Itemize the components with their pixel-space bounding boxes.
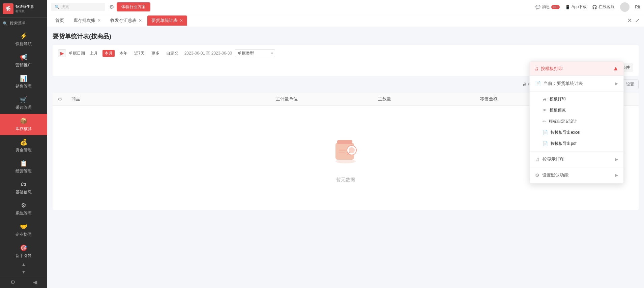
settings-icon[interactable]: ⚙ (109, 4, 114, 10)
col-check: ⚙ (58, 97, 71, 102)
inventory-icon: 📦 (20, 117, 27, 125)
dropdown-close-icon[interactable]: ▲ (613, 65, 619, 72)
svg-point-0 (335, 159, 356, 163)
topbar-right: 💬 消息 99+ 📱 App下载 🎧 在线客服 Rit (535, 2, 640, 12)
sidebar-search[interactable]: 🔍 搜索菜单 (0, 18, 47, 29)
filter-expand-btn[interactable]: ▶ (58, 49, 66, 57)
type-select-wrapper: 单据类型 (235, 49, 275, 57)
display-icon: 🖨 (535, 157, 540, 162)
sidebar-scroll-down[interactable]: ▼ (0, 268, 47, 276)
topbar: 🔍 搜索 ⚙ 体验行业方案 💬 消息 99+ 📱 App下载 🎧 在线客服 Ri… (47, 0, 644, 14)
tab-close-icon[interactable]: ✕ (139, 18, 142, 23)
messages-btn[interactable]: 💬 消息 99+ (535, 4, 560, 10)
empty-icon (329, 133, 362, 173)
settings-btn[interactable]: 设置 (622, 79, 639, 89)
sidebar-item-quicknav[interactable]: ⚡ 快捷导航 (0, 29, 47, 50)
date-btn-custom[interactable]: 自定义 (164, 50, 180, 57)
dropdown-item-print[interactable]: 🖨 模板打印 (530, 94, 623, 105)
dropdown-header: 🖨 按模板打印 ▲ (530, 62, 623, 76)
type-select[interactable]: 单据类型 (235, 49, 275, 57)
dropdown-display-section: 🖨 按显示打印 ▶ (530, 152, 623, 167)
default-label: 设置默认功能 (542, 172, 568, 178)
date-btn-last-month[interactable]: 上月 (88, 50, 100, 57)
sidebar-nav: ⚡ 快捷导航 📢 营销推广 📊 销售管理 🛒 采购管理 📦 库存核算 💰 资金管… (0, 29, 47, 260)
tabs-bar-right: ✕ ⤢ (627, 17, 640, 24)
dropdown-items-section: 🖨 模板打印 👁 模板预览 ✏ 模板自定义设计 📄 按模板导出excel 📄 (530, 92, 623, 152)
page-content: 要货单统计表(按商品) ▶ 单据日期 上月 本月 本年 近7天 更多 自定义 2… (47, 27, 644, 288)
online-service-btn[interactable]: 🎧 在线客服 (592, 4, 615, 10)
tab-receipt-summary[interactable]: 收发存汇总表 ✕ (106, 15, 146, 26)
tab-order-stats[interactable]: 要货单统计表 ✕ (147, 15, 187, 26)
industry-btn[interactable]: 体验行业方案 (117, 2, 150, 11)
sidebar-item-purchase[interactable]: 🛒 采购管理 (0, 93, 47, 114)
online-service-label: 在线客服 (598, 4, 615, 10)
sidebar-item-system[interactable]: ⚙ 系统管理 (0, 198, 47, 220)
avatar[interactable] (620, 2, 630, 12)
dropdown-display-print[interactable]: 🖨 按显示打印 ▶ (530, 154, 623, 165)
settings-icon[interactable]: ⚙ (10, 279, 15, 285)
dropdown-item-custom[interactable]: ✏ 模板自定义设计 (530, 116, 623, 127)
item-label: 按模板导出pdf (551, 141, 577, 147)
messages-badge: 99+ (551, 5, 560, 9)
excel-icon: 📄 (543, 130, 548, 135)
preview-icon: 👁 (543, 108, 547, 113)
sidebar-item-inventory[interactable]: 📦 库存核算 (0, 114, 47, 135)
svg-rect-2 (337, 140, 352, 144)
printer-icon: 🖨 (523, 82, 527, 87)
tab-home[interactable]: 首页 (51, 15, 68, 26)
tab-close-icon[interactable]: ✕ (180, 18, 183, 23)
sidebar-item-marketing[interactable]: 📢 营销推广 (0, 50, 47, 71)
dropdown-current-item[interactable]: 📄 当前：要货单统计表 ▶ (530, 78, 623, 89)
display-label: 按显示打印 (543, 156, 564, 162)
item-label: 模板打印 (550, 96, 566, 102)
tab-inventory-batch[interactable]: 库存批次账 ✕ (69, 15, 105, 26)
date-btn-this-year[interactable]: 本年 (117, 50, 129, 57)
logo-icon: 畅 (3, 3, 13, 14)
close-all-icon[interactable]: ✕ (627, 17, 632, 24)
date-btn-this-month[interactable]: 本月 (103, 50, 115, 57)
sidebar-scroll-up[interactable]: ▲ (0, 260, 47, 268)
dropdown-item-export-pdf[interactable]: 📄 按模板导出pdf (530, 138, 623, 149)
marketing-icon: 📢 (20, 54, 27, 61)
messages-icon: 💬 (535, 5, 540, 9)
app-download-btn[interactable]: 📱 App下载 (565, 4, 587, 10)
item-label: 模板自定义设计 (549, 119, 577, 124)
messages-label: 消息 (542, 4, 550, 10)
operations-icon: 📋 (20, 160, 27, 167)
svg-rect-6 (339, 150, 347, 151)
maximize-icon[interactable]: ⤢ (635, 17, 640, 24)
dropdown-item-export-excel[interactable]: 📄 按模板导出excel (530, 127, 623, 138)
sidebar-item-label: 采购管理 (16, 105, 32, 110)
home-label: 首页 (55, 18, 64, 24)
collab-icon: 🤝 (20, 223, 27, 230)
sidebar-item-label: 库存核算 (16, 126, 32, 132)
dropdown-item-preview[interactable]: 👁 模板预览 (530, 105, 623, 116)
sidebar-item-label: 经营管理 (16, 168, 32, 174)
sidebar-item-collab[interactable]: 🤝 企业协同 (0, 220, 47, 241)
search-placeholder: 搜索 (61, 4, 69, 10)
edit-icon: ✏ (543, 119, 546, 124)
sales-icon: 📊 (20, 75, 27, 82)
topbar-search[interactable]: 🔍 搜索 (51, 3, 105, 11)
date-btn-more[interactable]: 更多 (149, 50, 162, 57)
dropdown-set-default[interactable]: ⚙ 设置默认功能 ▶ (530, 169, 623, 181)
date-btn-last-7[interactable]: 近7天 (132, 50, 147, 57)
sidebar-item-finance[interactable]: 💰 资金管理 (0, 135, 47, 156)
tab-label: 库存批次账 (74, 18, 95, 24)
basics-icon: 🗂 (21, 181, 27, 188)
empty-text: 暂无数据 (336, 177, 355, 183)
sidebar-item-basics[interactable]: 🗂 基础信息 (0, 178, 47, 198)
sidebar-item-label: 资金管理 (16, 147, 32, 153)
sidebar-item-label: 系统管理 (16, 211, 32, 216)
tab-close-icon[interactable]: ✕ (97, 18, 101, 23)
col-qty: 主数量 (378, 96, 480, 102)
sidebar-item-operations[interactable]: 📋 经营管理 (0, 156, 47, 178)
main-content: 🔍 搜索 ⚙ 体验行业方案 💬 消息 99+ 📱 App下载 🎧 在线客服 Ri… (47, 0, 644, 288)
sidebar-item-guide[interactable]: 🎯 新手引导 (0, 241, 47, 260)
collapse-icon[interactable]: ◀ (33, 279, 37, 285)
settings-icon[interactable]: ⚙ (58, 97, 62, 102)
sidebar-item-sales[interactable]: 📊 销售管理 (0, 71, 47, 93)
search-label: 搜索菜单 (10, 21, 26, 26)
dropdown-current-section: 📄 当前：要货单统计表 ▶ (530, 76, 623, 92)
date-filter-label: 单据日期 (69, 51, 85, 56)
